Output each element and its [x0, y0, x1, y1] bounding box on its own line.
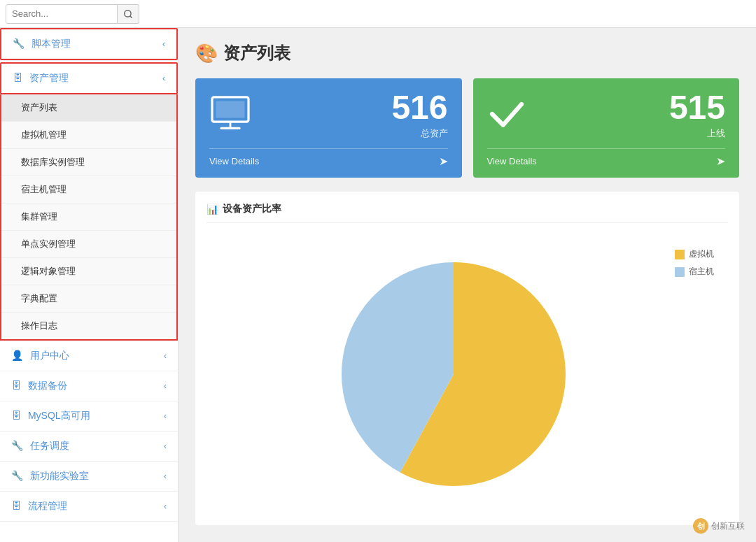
online-assets-label: 上线	[669, 127, 725, 140]
watermark-logo: 创	[693, 518, 708, 534]
sidebar-group-data-backup: 🗄 数据备份 ‹	[0, 371, 178, 401]
main-content: 🎨 资产列表 516	[178, 28, 756, 542]
database-icon-asset: 🗄	[13, 72, 22, 83]
chevron-lab-icon: ‹	[164, 471, 167, 481]
sidebar-group-asset-management: 🗄 资产管理 ‹ 资产列表 虚拟机管理 数据库实例管理 宿主机管理 集群管理 单…	[0, 62, 178, 341]
chart-area: 虚拟机 宿主机	[206, 234, 728, 514]
chevron-asset-icon: ‹	[162, 73, 165, 83]
chevron-user-icon: ‹	[164, 351, 167, 361]
chart-section: 📊 设备资产比率	[195, 192, 739, 525]
sidebar-item-single-instance[interactable]: 单点实例管理	[1, 231, 176, 258]
arrow-icon-total: ➤	[439, 155, 448, 168]
database-icon-workflow: 🗄	[11, 500, 21, 511]
sidebar-group-user-center: 👤 用户中心 ‹	[0, 341, 178, 371]
sidebar-group-mysql-ha: 🗄 MySQL高可用 ‹	[0, 401, 178, 432]
sidebar-item-asset-list[interactable]: 资产列表	[1, 94, 176, 122]
watermark: 创 创新互联	[693, 518, 745, 534]
sidebar-group-workflow: 🗄 流程管理 ‹	[0, 492, 178, 522]
sidebar-item-host-management[interactable]: 宿主机管理	[1, 176, 176, 204]
svg-rect-3	[216, 101, 245, 117]
sidebar-item-operation-log[interactable]: 操作日志	[1, 313, 176, 339]
sidebar-item-db-instance[interactable]: 数据库实例管理	[1, 149, 176, 176]
total-assets-link[interactable]: View Details	[209, 156, 259, 166]
sidebar-item-script-management[interactable]: 🔧 脚本管理 ‹	[0, 28, 178, 60]
sidebar-item-user-center[interactable]: 👤 用户中心 ‹	[0, 341, 178, 371]
sidebar-item-asset-management[interactable]: 🗄 资产管理 ‹	[0, 62, 178, 94]
chevron-task-icon: ‹	[164, 441, 167, 451]
wrench-icon-task: 🔧	[11, 440, 23, 451]
page-title: 🎨 资产列表	[195, 42, 739, 64]
search-input[interactable]	[6, 4, 118, 24]
stat-card-online: 515 上线 View Details ➤	[473, 78, 740, 178]
arrow-icon-online: ➤	[716, 155, 725, 168]
search-icon	[123, 9, 133, 19]
check-icon	[487, 96, 526, 135]
chart-legend: 虚拟机 宿主机	[675, 248, 714, 278]
chevron-workflow-icon: ‹	[164, 501, 167, 511]
sidebar-group-script-management: 🔧 脚本管理 ‹	[0, 28, 178, 61]
chevron-icon: ‹	[162, 39, 165, 49]
chart-bar-icon: 📊	[206, 204, 218, 215]
legend-item-vm: 虚拟机	[675, 248, 714, 260]
sidebar-item-cluster-management[interactable]: 集群管理	[1, 204, 176, 231]
online-assets-number: 515	[669, 91, 725, 124]
chevron-mysql-icon: ‹	[164, 411, 167, 421]
total-assets-label: 总资产	[391, 127, 447, 140]
sidebar-item-mysql-ha[interactable]: 🗄 MySQL高可用 ‹	[0, 401, 178, 431]
palette-icon: 🎨	[195, 43, 218, 64]
total-assets-number: 516	[391, 91, 447, 124]
legend-item-host: 宿主机	[675, 266, 714, 278]
wrench-icon-lab: 🔧	[11, 470, 23, 481]
top-bar	[0, 0, 756, 28]
sidebar-item-workflow[interactable]: 🗄 流程管理 ‹	[0, 492, 178, 521]
online-assets-link[interactable]: View Details	[487, 156, 537, 166]
sidebar-item-dictionary-config[interactable]: 字典配置	[1, 285, 176, 313]
chart-title: 📊 设备资产比率	[206, 203, 728, 223]
chevron-backup-icon: ‹	[164, 381, 167, 391]
wrench-icon: 🔧	[13, 38, 24, 49]
monitor-icon	[209, 96, 251, 135]
sidebar-item-vm-management[interactable]: 虚拟机管理	[1, 122, 176, 149]
legend-color-vm	[675, 250, 685, 259]
user-icon: 👤	[11, 350, 23, 361]
sidebar-item-new-features[interactable]: 🔧 新功能实验室 ‹	[0, 462, 178, 491]
sidebar-group-new-features: 🔧 新功能实验室 ‹	[0, 462, 178, 492]
pie-chart	[314, 241, 622, 507]
main-layout: 🔧 脚本管理 ‹ 🗄 资产管理 ‹ 资产列表 虚拟机管理 数据库实例管理 宿主机…	[0, 28, 756, 542]
stat-card-total: 516 总资产 View Details ➤	[195, 78, 462, 178]
sidebar-group-task-schedule: 🔧 任务调度 ‹	[0, 432, 178, 462]
legend-color-host	[675, 267, 685, 277]
sidebar: 🔧 脚本管理 ‹ 🗄 资产管理 ‹ 资产列表 虚拟机管理 数据库实例管理 宿主机…	[0, 28, 178, 542]
sidebar-item-task-schedule[interactable]: 🔧 任务调度 ‹	[0, 432, 178, 461]
sidebar-submenu-asset: 资产列表 虚拟机管理 数据库实例管理 宿主机管理 集群管理 单点实例管理 逻辑对…	[0, 94, 178, 341]
database-icon-backup: 🗄	[11, 380, 21, 391]
sidebar-item-logic-object[interactable]: 逻辑对象管理	[1, 258, 176, 285]
sidebar-item-data-backup[interactable]: 🗄 数据备份 ‹	[0, 371, 178, 401]
search-button[interactable]	[118, 4, 139, 24]
database-icon-mysql: 🗄	[11, 410, 21, 421]
stat-cards: 516 总资产 View Details ➤	[195, 78, 739, 178]
